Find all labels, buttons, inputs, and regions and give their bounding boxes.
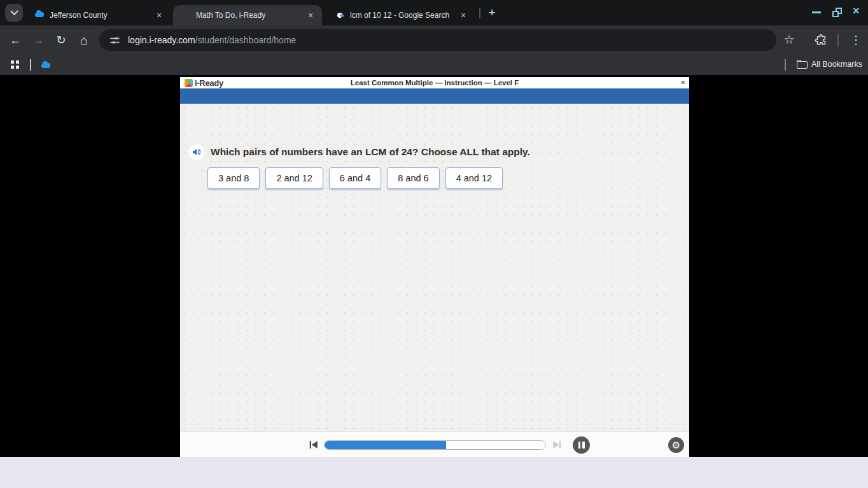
pause-button[interactable]	[573, 436, 590, 454]
google-favicon-icon	[335, 10, 345, 20]
tab-close-icon[interactable]: ×	[305, 10, 316, 20]
tab-title: Math To Do, i-Ready	[196, 11, 300, 20]
skip-back-button[interactable]	[307, 439, 319, 450]
lesson-player-bar: ⚙	[180, 431, 689, 457]
toolbar-separator	[837, 34, 839, 46]
bookmarks-separator	[30, 59, 31, 71]
skip-forward-button[interactable]	[552, 439, 563, 450]
browser-toolbar: ← → ↻ ⌂ login.i-ready.com/student/dashbo…	[0, 25, 868, 55]
browser-menu-button[interactable]: ⋮	[849, 33, 863, 47]
tab-jefferson-county[interactable]: Jefferson County ×	[27, 5, 171, 25]
lesson-header: i-Ready Least Common Multiple — Instruct…	[180, 77, 689, 88]
tab-separator	[479, 8, 480, 18]
answer-choices: 3 and 8 2 and 12 6 and 4 8 and 6 4 and 1…	[207, 167, 508, 189]
choice-3-and-8[interactable]: 3 and 8	[207, 167, 260, 189]
iready-lesson-window: i-Ready Least Common Multiple — Instruct…	[180, 77, 689, 457]
url-domain: login.i-ready.com	[128, 35, 195, 45]
question-text: Which pairs of numbers have an LCM of 24…	[211, 146, 530, 158]
tab-search-button[interactable]	[5, 4, 23, 22]
lesson-close-button[interactable]: ×	[680, 78, 685, 87]
choice-4-and-12[interactable]: 4 and 12	[445, 167, 503, 189]
choice-8-and-6[interactable]: 8 and 6	[387, 167, 439, 189]
cloud-favicon-icon	[34, 10, 45, 20]
progress-bar[interactable]	[324, 440, 546, 450]
tab-title: lcm of 10 12 - Google Search	[350, 11, 453, 20]
tab-strip: Jefferson County × Math To Do, i-Ready ×…	[0, 0, 868, 25]
iready-favicon-icon	[181, 10, 191, 20]
speaker-icon	[192, 147, 202, 157]
lesson-title: Least Common Multiple — Instruction — Le…	[180, 79, 689, 87]
address-bar[interactable]: login.i-ready.com/student/dashboard/home	[99, 29, 776, 51]
bookmarks-bar: All Bookmarks	[0, 55, 868, 75]
home-button[interactable]: ⌂	[76, 32, 92, 48]
chevron-down-icon	[10, 7, 18, 15]
choice-2-and-12[interactable]: 2 and 12	[265, 167, 323, 189]
tab-math-todo-iready[interactable]: Math To Do, i-Ready ×	[173, 5, 322, 25]
tab-google-search[interactable]: lcm of 10 12 - Google Search ×	[327, 5, 475, 25]
back-button[interactable]: ←	[8, 32, 23, 48]
tab-title: Jefferson County	[50, 11, 149, 20]
reload-button[interactable]: ↻	[53, 32, 69, 48]
question-row: Which pairs of numbers have an LCM of 24…	[189, 144, 530, 160]
site-settings-icon[interactable]	[109, 35, 120, 46]
pause-icon	[578, 442, 585, 449]
url-path: /student/dashboard/home	[195, 35, 297, 45]
window-close-button[interactable]: ×	[853, 4, 860, 18]
audio-speaker-button[interactable]	[189, 144, 204, 160]
window-restore-button[interactable]	[832, 8, 842, 17]
lesson-banner	[180, 88, 689, 104]
forward-button[interactable]: →	[31, 32, 46, 48]
all-bookmarks-label[interactable]: All Bookmarks	[811, 60, 862, 69]
bookmarks-separator	[785, 59, 786, 71]
bookmark-star-icon[interactable]: ☆	[782, 33, 796, 47]
tab-close-icon[interactable]: ×	[154, 10, 164, 20]
settings-gear-button[interactable]: ⚙	[668, 437, 684, 453]
all-bookmarks-folder-icon[interactable]	[797, 60, 808, 69]
window-minimize-button[interactable]	[812, 11, 821, 13]
new-tab-button[interactable]: +	[484, 4, 500, 21]
tab-close-icon[interactable]: ×	[458, 10, 468, 20]
page-background: i-Ready Least Common Multiple — Instruct…	[0, 75, 868, 457]
choice-6-and-4[interactable]: 6 and 4	[329, 167, 381, 189]
progress-fill	[325, 441, 446, 449]
apps-grid-icon[interactable]	[11, 60, 20, 69]
url-text: login.i-ready.com/student/dashboard/home	[128, 35, 296, 45]
lesson-content: Which pairs of numbers have an LCM of 24…	[180, 104, 689, 431]
extensions-icon[interactable]	[814, 33, 828, 47]
chromeos-shelf: Desk 1 Nov 19 8:34 US	[0, 457, 868, 488]
